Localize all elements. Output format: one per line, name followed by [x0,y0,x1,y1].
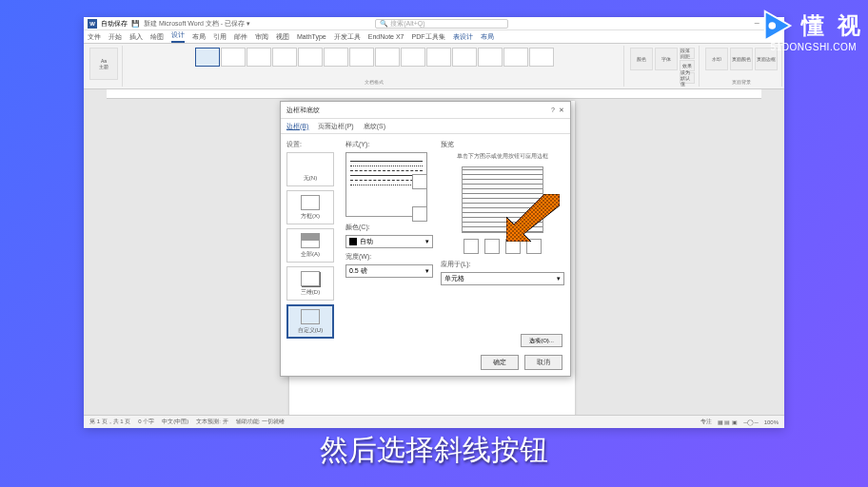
ribbon-tabs: 文件 开始 插入 绘图 设计 布局 引用 邮件 审阅 视图 MathType 开… [84,30,784,44]
style-thumb[interactable] [503,48,528,67]
tab-file[interactable]: 文件 [88,32,101,42]
style-label: 样式(Y): [345,140,433,149]
tab-draw[interactable]: 绘图 [150,32,164,42]
border-right-button[interactable] [484,239,500,254]
zoom-level[interactable]: 100% [764,419,779,425]
titlebar: W 自动保存 💾 新建 Microsoft Word 文档 - 已保存 ▾ 🔍 … [84,17,784,30]
tab-pdf[interactable]: PDF工具集 [412,32,445,42]
spacing-button[interactable]: 段落间距 [680,48,695,59]
brand-text-1: 懂 [801,10,824,41]
dialog-close-button[interactable]: ✕ [559,107,564,114]
style-thumb[interactable] [272,48,297,67]
page: 边框和底纹 ? ✕ 边框(B) 页面边框(P) 底纹(S) 设置: 无(N) 方… [289,101,575,415]
tab-review[interactable]: 审阅 [255,32,268,42]
style-thumb[interactable] [324,48,348,67]
svg-point-5 [769,22,777,29]
tab-table-layout[interactable]: 布局 [481,32,494,42]
style-thumb[interactable] [247,48,271,67]
style-thumb[interactable] [478,48,503,67]
style-column: 样式(Y): 颜色(C): 自动▾ 宽度(W): 0.5 磅▾ [345,140,433,338]
setting-3d[interactable]: 三维(D) [286,266,334,301]
ribbon-group-formatting: 颜色 字体 段落间距 效果 设为默认值 [626,46,700,87]
dialog-tab-border[interactable]: 边框(B) [286,122,308,131]
style-thumb[interactable] [298,48,323,67]
tab-developer[interactable]: 开发工具 [334,32,361,42]
document-title: 新建 Microsoft Word 文档 - 已保存 ▾ [144,19,250,29]
setting-all[interactable]: 全部(A) [286,228,334,263]
dialog-tab-shading[interactable]: 底纹(S) [364,122,385,131]
tab-mailings[interactable]: 邮件 [234,32,247,42]
accessibility[interactable]: 辅助功能: 一切就绪 [236,418,285,426]
ribbon-group-styles: 文档格式 [125,46,624,87]
ok-button[interactable]: 确定 [481,355,519,370]
color-label: 颜色(C): [345,223,433,232]
word-app-window: W 自动保存 💾 新建 Microsoft Word 文档 - 已保存 ▾ 🔍 … [84,17,784,428]
view-buttons[interactable]: ▦ ▤ ▣ [718,419,738,425]
setting-box[interactable]: 方框(X) [286,190,334,224]
pagecolor-button[interactable]: 页面颜色 [730,48,753,70]
brand-text-2: 视 [838,10,860,41]
setting-custom[interactable]: 自定义(U) [286,304,334,339]
options-button[interactable]: 选项(O)... [521,334,562,347]
style-thumb[interactable] [452,48,477,67]
tab-insert[interactable]: 插入 [129,32,143,42]
video-caption: 然后选择斜线按钮 [0,431,868,470]
tab-view[interactable]: 视图 [276,32,289,42]
tab-home[interactable]: 开始 [108,32,122,42]
language[interactable]: 中文(中国) [162,418,188,426]
watermark-button[interactable]: 水印 [705,48,728,70]
background-label: 页面背景 [732,79,751,85]
dialog-help-button[interactable]: ? [551,107,555,114]
colors-button[interactable]: 颜色 [630,48,653,70]
ribbon-group-themes: Aa主题 [86,46,123,87]
chevron-down-icon: ▾ [557,275,561,282]
tab-table-design[interactable]: 表设计 [453,32,473,42]
cancel-button[interactable]: 取消 [524,355,562,370]
text-predict[interactable]: 文本预测: 开 [196,418,227,426]
style-thumb[interactable] [195,48,220,67]
focus-mode[interactable]: 专注 [700,418,712,426]
tab-design[interactable]: 设计 [171,30,185,43]
dialog-tabs: 边框(B) 页面边框(P) 底纹(S) [281,119,570,134]
tab-references[interactable]: 引用 [213,32,227,42]
default-button[interactable]: 设为默认值 [680,72,695,84]
ruler [107,89,761,99]
setting-none[interactable]: 无(N) [286,152,334,186]
color-select[interactable]: 自动▾ [345,235,433,248]
style-thumb[interactable] [426,48,451,67]
border-top-button[interactable] [412,174,427,189]
tab-endnote[interactable]: EndNote X7 [368,33,404,40]
style-thumb[interactable] [401,48,425,67]
autosave-toggle[interactable]: 自动保存 [101,19,128,29]
style-thumb[interactable] [349,48,374,67]
border-bottom-button[interactable] [412,206,427,222]
svg-marker-4 [506,194,560,242]
statusbar: 第 1 页，共 1 页 0 个字 中文(中国) 文本预测: 开 辅助功能: 一切… [84,415,784,428]
settings-header: 设置: [286,140,338,149]
style-thumb[interactable] [375,48,400,67]
word-icon: W [88,19,97,29]
zoom-slider[interactable]: ─◯─ [743,419,759,425]
apply-to-select[interactable]: 单元格▾ [441,272,564,285]
tab-mathtype[interactable]: MathType [297,33,326,40]
tab-layout[interactable]: 布局 [192,32,206,42]
border-left-button[interactable] [464,239,479,254]
preview-note: 单击下方图示或使用按钮可应用边框 [441,152,564,161]
themes-button[interactable]: Aa主题 [89,48,118,80]
style-thumb[interactable] [529,48,554,67]
styles-label: 文档格式 [365,79,384,85]
style-thumb[interactable] [221,48,246,67]
fonts-button[interactable]: 字体 [655,48,678,70]
word-count[interactable]: 0 个字 [138,418,154,426]
page-count[interactable]: 第 1 页，共 1 页 [89,418,130,426]
brand-url: 51DONGSHI.COM [771,42,857,52]
tutorial-arrow [506,194,560,242]
chevron-down-icon: ▾ [425,267,429,275]
dialog-tab-page-border[interactable]: 页面边框(P) [318,122,353,131]
chevron-down-icon: ▾ [425,238,429,245]
settings-column: 设置: 无(N) 方框(X) 全部(A) 三维(D) 自定义(U) [286,140,338,338]
save-icon[interactable]: 💾 [131,20,140,28]
brand-watermark: 懂 视 [760,8,860,44]
width-select[interactable]: 0.5 磅▾ [345,264,433,278]
search-input[interactable]: 🔍 搜索(Alt+Q) [375,19,508,29]
